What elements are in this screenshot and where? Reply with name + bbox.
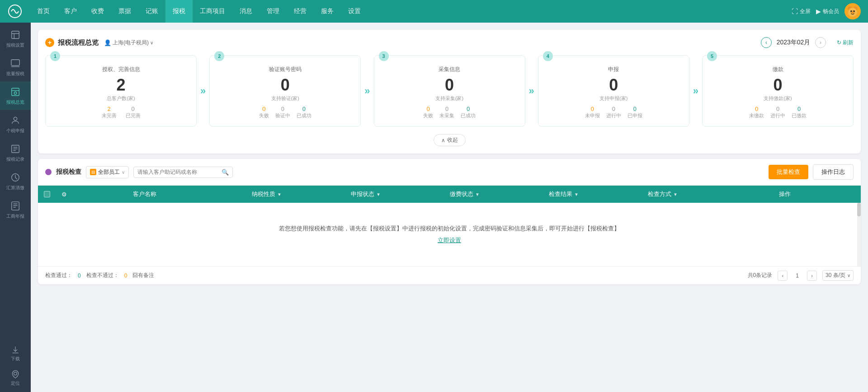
fullscreen-button[interactable]: ⛶ 全屏: [792, 8, 811, 15]
nav-item-tax[interactable]: 报税: [165, 0, 193, 23]
avatar[interactable]: [844, 3, 861, 19]
per-page-select[interactable]: 30 条/页 ∨: [822, 270, 854, 281]
nav-item-message[interactable]: 消息: [232, 0, 259, 23]
th-check-result[interactable]: 检查结果 ▼: [514, 186, 613, 203]
th-tax-nature[interactable]: 纳税性质 ▼: [217, 186, 316, 203]
personal-tax-icon: [9, 115, 21, 126]
step-arrow-1: »: [197, 55, 209, 127]
refresh-button[interactable]: ↻ 刷新: [837, 39, 854, 47]
th-check-method[interactable]: 检查方式 ▼: [613, 186, 712, 203]
svg-rect-22: [12, 202, 19, 210]
sidebar-item-tax-record[interactable]: 报税记录: [0, 139, 31, 167]
search-input[interactable]: [137, 169, 222, 175]
filter-icon-2: ▼: [376, 192, 381, 197]
step-5-count: 0: [708, 77, 848, 93]
location-filter[interactable]: 👤 上海(电子税局) ∨: [104, 39, 153, 47]
step-2-stat-1-val: 0: [275, 105, 290, 112]
step-card-3: 3 采集信息 0 支持采集(家) 0 失败 0 未采集: [374, 55, 525, 127]
fail-label: 检查不通过：: [86, 272, 119, 279]
note-label: 囧有备注: [132, 272, 154, 279]
step-5-stat-1-label: 进行中: [770, 112, 785, 119]
sidebar-item-settlement[interactable]: 汇算清缴: [0, 167, 31, 196]
step-3-stat-0-label: 失败: [423, 112, 433, 119]
th-payment-status[interactable]: 缴费状态 ▼: [415, 186, 514, 203]
step-card-2: 2 验证账号密码 0 支持验证(家) 0 失败 0 验证中: [209, 55, 361, 127]
search-box[interactable]: 🔍: [133, 167, 233, 178]
filter-icon-1: ▼: [277, 192, 282, 197]
process-overview-card: + 报税流程总览 👤 上海(电子税局) ∨ ‹ 2023年02月 › ↻ 刷新: [38, 30, 861, 153]
svg-point-15: [14, 92, 17, 95]
nav-item-fee[interactable]: 收费: [84, 0, 111, 23]
svg-point-7: [851, 11, 854, 14]
step-4-stat-0-label: 未申报: [585, 112, 600, 119]
nav-item-settings[interactable]: 设置: [341, 0, 368, 23]
sidebar-item-batch-tax[interactable]: 批量报税: [0, 53, 31, 81]
batch-check-button[interactable]: 批量检查: [769, 165, 808, 179]
th-operation: 操作: [712, 186, 858, 203]
step-4-stat-2-val: 0: [627, 105, 642, 112]
header-checkbox[interactable]: [44, 191, 50, 197]
step-5-stat-0-label: 未缴款: [749, 112, 764, 119]
pass-count[interactable]: 0: [78, 272, 81, 279]
prev-month-button[interactable]: ‹: [761, 37, 772, 48]
prev-page-button[interactable]: ‹: [778, 271, 788, 281]
sidebar-item-tax-overview[interactable]: 报税总览: [0, 81, 31, 110]
orange-plus-badge: +: [45, 38, 54, 47]
step-1-sub: 总客户数(家): [51, 95, 191, 102]
tax-overview-icon: [9, 86, 21, 98]
filter-icon-3: ▼: [475, 192, 480, 197]
step-arrow-3: »: [525, 55, 538, 127]
nav-item-home[interactable]: 首页: [30, 0, 57, 23]
step-2-title: 验证账号密码: [215, 66, 355, 73]
employee-filter[interactable]: ▤ 全部员工 ∨: [86, 166, 129, 178]
nav-item-accounting[interactable]: 记账: [138, 0, 165, 23]
step-3-stat-1-val: 0: [439, 105, 454, 112]
sidebar-item-location[interactable]: 定位: [0, 366, 31, 390]
sidebar-item-annual-report[interactable]: 工商年报: [0, 196, 31, 224]
sidebar-item-tax-settings[interactable]: 报税设置: [0, 24, 31, 53]
step-2-count: 0: [215, 77, 355, 93]
dropdown-arrow-icon: ∨: [122, 170, 125, 175]
th-declare-status[interactable]: 申报状态 ▼: [316, 186, 415, 203]
fullscreen-icon: ⛶: [792, 8, 798, 15]
tax-record-icon: [9, 143, 21, 155]
fail-count[interactable]: 0: [124, 272, 127, 279]
next-page-button[interactable]: ›: [807, 271, 817, 281]
nav-item-bill[interactable]: 票据: [111, 0, 138, 23]
next-month-button[interactable]: ›: [815, 37, 826, 48]
nav-item-biz[interactable]: 工商项目: [193, 0, 232, 23]
user-icon: 👤: [104, 39, 111, 46]
settlement-icon: [9, 172, 21, 183]
filter-icon-4: ▼: [574, 192, 579, 197]
setup-link[interactable]: 立即设置: [438, 234, 461, 246]
refresh-icon: ↻: [837, 39, 841, 46]
step-5-stat-1-val: 0: [770, 105, 785, 112]
step-num-3: 3: [379, 51, 389, 61]
logo: [0, 0, 30, 23]
th-gear[interactable]: ⚙: [56, 186, 72, 203]
nav-item-operation[interactable]: 经营: [287, 0, 314, 23]
sidebar: 报税设置 批量报税 报税总览 个税申报: [0, 23, 31, 392]
step-1-count: 2: [51, 77, 191, 93]
th-checkbox[interactable]: [38, 186, 56, 203]
collapse-button[interactable]: ∧ 收起: [434, 134, 466, 146]
step-1-stat-1-val: 0: [126, 105, 141, 112]
annual-report-icon: [9, 200, 21, 212]
overview-title: 报税流程总览: [58, 38, 99, 47]
step-4-stat-0-val: 0: [585, 105, 600, 112]
nav-item-manage[interactable]: 管理: [259, 0, 287, 23]
th-scrollbar-space: [857, 186, 861, 203]
member-button[interactable]: ▶ 畅会员: [816, 8, 839, 15]
sidebar-item-download[interactable]: 下载: [0, 341, 31, 366]
step-4-sub: 支持申报(家): [544, 95, 684, 102]
sidebar-item-personal-tax[interactable]: 个税申报: [0, 110, 31, 139]
step-5-stat-0-val: 0: [749, 105, 764, 112]
nav-item-client[interactable]: 客户: [57, 0, 84, 23]
operation-log-button[interactable]: 操作日志: [813, 164, 854, 180]
nav-item-service[interactable]: 服务: [314, 0, 341, 23]
step-3-sub: 支持采集(家): [380, 95, 519, 102]
top-nav: 首页 客户 收费 票据 记账 报税 工商项目 消息 管理 经营 服务 设置: [30, 0, 784, 23]
total-records: 共0条记录: [748, 272, 773, 279]
step-3-stat-2-label: 已成功: [461, 112, 476, 119]
play-icon: ▶: [816, 8, 821, 15]
